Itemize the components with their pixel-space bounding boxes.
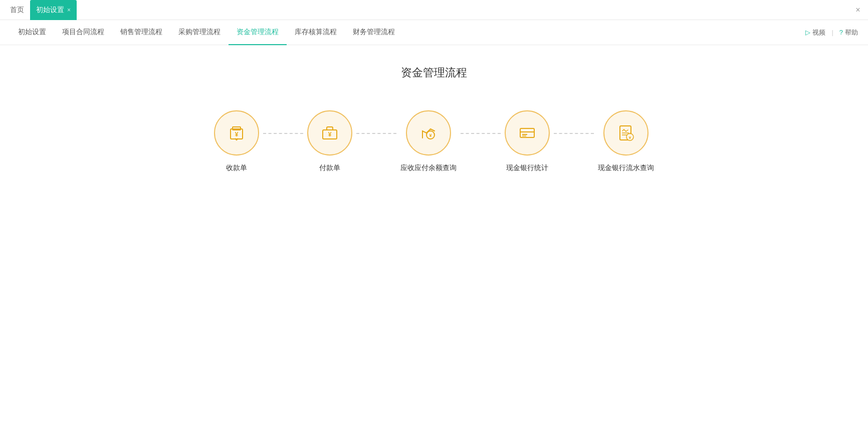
help-link[interactable]: ? 帮助 <box>839 28 858 37</box>
svg-text:¥: ¥ <box>629 135 631 140</box>
payment-label: 付款单 <box>319 164 340 173</box>
main-content: 资金管理流程 ¥ 收款单 <box>0 45 868 193</box>
nav-divider: | <box>831 29 833 36</box>
nav-item-fund[interactable]: 资金管理流程 <box>229 20 287 45</box>
video-label: 视频 <box>812 28 825 37</box>
balance-label: 应收应付余额查询 <box>400 164 457 173</box>
connector-1 <box>263 133 303 150</box>
balance-icon-circle: ¥ <box>406 110 451 156</box>
help-icon: ? <box>839 29 843 36</box>
cashbank-icon-circle <box>505 110 550 156</box>
top-bar-right: × <box>852 4 864 16</box>
receipt-icon-circle: ¥ <box>214 110 259 156</box>
flow-row: ¥ 收款单 ¥ 付款单 <box>214 110 654 173</box>
svg-text:¥: ¥ <box>328 131 332 138</box>
cashbank-label: 现金银行统计 <box>506 164 548 173</box>
play-icon: ▷ <box>805 29 810 36</box>
flow-icon-circle: ¥ + <box>603 110 648 156</box>
receipt-label: 收款单 <box>226 164 247 173</box>
svg-text:¥: ¥ <box>429 133 431 138</box>
nav-bar: 初始设置 项目合同流程 销售管理流程 采购管理流程 资金管理流程 库存核算流程 … <box>0 20 868 45</box>
page-title: 资金管理流程 <box>401 65 467 80</box>
flow-item-receipt[interactable]: ¥ 收款单 <box>214 110 259 173</box>
connector-3 <box>461 133 501 150</box>
flow-item-cashbank[interactable]: 现金银行统计 <box>505 110 550 173</box>
flow-item-flow[interactable]: ¥ + 现金银行流水查询 <box>598 110 654 173</box>
active-tab-label: 初始设置 <box>36 6 64 15</box>
connector-2 <box>356 133 396 150</box>
payment-icon-circle: ¥ <box>307 110 352 156</box>
svg-text:¥: ¥ <box>235 131 239 138</box>
nav-item-finance[interactable]: 财务管理流程 <box>345 20 403 45</box>
nav-item-project[interactable]: 项目合同流程 <box>54 20 112 45</box>
svg-text:+: + <box>629 131 631 136</box>
nav-item-initial[interactable]: 初始设置 <box>10 20 54 45</box>
home-tab-label: 首页 <box>10 6 24 15</box>
flow-item-balance[interactable]: ¥ 应收应付余额查询 <box>400 110 457 173</box>
tab-close-icon[interactable]: × <box>67 7 71 14</box>
flow-label: 现金银行流水查询 <box>598 164 654 173</box>
active-tab[interactable]: 初始设置 × <box>30 0 77 20</box>
nav-item-inventory[interactable]: 库存核算流程 <box>287 20 345 45</box>
nav-item-sales[interactable]: 销售管理流程 <box>112 20 170 45</box>
help-label: 帮助 <box>845 28 858 37</box>
window-close-button[interactable]: × <box>852 4 864 16</box>
flow-item-payment[interactable]: ¥ 付款单 <box>307 110 352 173</box>
nav-item-purchase[interactable]: 采购管理流程 <box>170 20 229 45</box>
nav-right: ▷ 视频 | ? 帮助 <box>805 28 858 37</box>
home-tab[interactable]: 首页 <box>4 0 30 20</box>
top-bar: 首页 初始设置 × × <box>0 0 868 20</box>
video-link[interactable]: ▷ 视频 <box>805 28 825 37</box>
connector-4 <box>554 133 594 150</box>
